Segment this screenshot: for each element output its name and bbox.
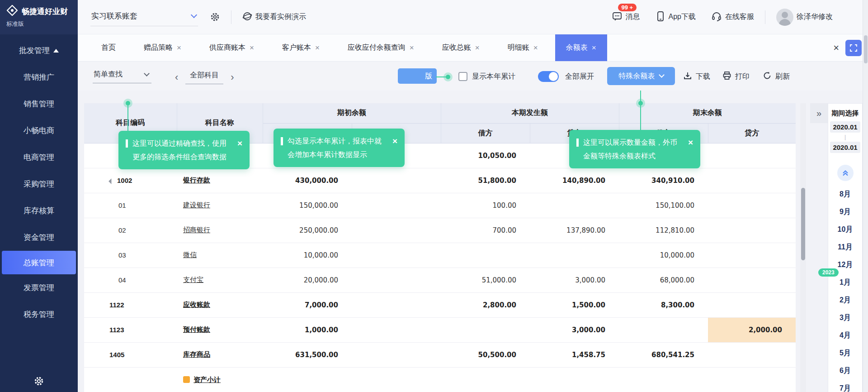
subject-name-link[interactable]: 建设银行 xyxy=(183,201,210,209)
table-row[interactable]: 资产小计 xyxy=(84,367,796,392)
messages-button[interactable]: 99 + 消息 xyxy=(612,11,640,24)
scroll-to-current-button[interactable] xyxy=(837,165,854,181)
demo-globe-icon xyxy=(242,11,252,23)
sidebar-item-9[interactable]: 总账管理 xyxy=(2,251,76,274)
sidebar-item-5[interactable]: 电商管理 xyxy=(0,144,78,171)
table-row[interactable]: 03微信10,000.0010,000.00 xyxy=(84,243,796,268)
sidebar-item-6[interactable]: 采购管理 xyxy=(0,171,78,197)
refresh-button[interactable]: 刷新 xyxy=(763,71,790,82)
period-from[interactable]: 2020.01 xyxy=(830,121,860,133)
month-item-4月[interactable]: 4月 xyxy=(828,327,862,344)
collapse-period-panel-button[interactable]: » xyxy=(810,103,828,123)
close-tab-icon[interactable]: × xyxy=(315,44,320,52)
col-header-debit[interactable]: 借方 xyxy=(441,123,530,143)
month-item-8月[interactable]: 8月 xyxy=(828,186,862,203)
close-tab-icon[interactable]: × xyxy=(177,44,181,52)
account-set-selector[interactable]: 实习联系账套 xyxy=(90,8,198,26)
subject-name-link[interactable]: 库存商品 xyxy=(183,350,210,358)
next-subject-icon[interactable]: › xyxy=(231,72,234,82)
sidebar-item-10[interactable]: 发票管理 xyxy=(0,274,78,301)
month-item-6月[interactable]: 6月 xyxy=(828,362,862,380)
tab-4[interactable]: 客户账本× xyxy=(271,34,330,61)
close-tab-icon[interactable]: × xyxy=(592,44,596,52)
sidebar-item-7[interactable]: 库存核算 xyxy=(0,197,78,224)
table-row[interactable]: 04支付宝20,000.0051,000.003,000.0068,000.00 xyxy=(84,268,796,292)
online-service-button[interactable]: 在线客服 xyxy=(711,11,754,24)
cell-amount xyxy=(352,193,441,218)
table-scrollbar-thumb[interactable] xyxy=(801,188,805,260)
col-group-opening[interactable]: 期初余额 xyxy=(263,103,441,123)
tooltip-close-icon[interactable]: × xyxy=(237,137,242,150)
close-all-icon[interactable]: × xyxy=(833,42,839,54)
sidebar-item-4[interactable]: 小畅电商 xyxy=(0,117,78,144)
fullscreen-button[interactable] xyxy=(845,40,862,56)
table-row[interactable]: 1405库存商品631,500.0050,500.001,458.75680,5… xyxy=(84,342,796,367)
subject-name-link[interactable]: 银行存款 xyxy=(183,176,210,184)
print-button[interactable]: 打印 xyxy=(722,71,750,82)
topbar-settings-gear-icon[interactable] xyxy=(210,12,220,22)
cell-subject-name: 银行存款 xyxy=(177,168,263,193)
month-item-7月[interactable]: 7月 xyxy=(828,380,862,392)
subject-name-link[interactable]: 应收账款 xyxy=(183,301,210,308)
table-row[interactable]: 1122应收账款7,000.002,800.001,500.008,300.00 xyxy=(84,292,796,317)
page-scrollbar[interactable] xyxy=(863,0,868,392)
table-row[interactable]: 1002银行存款430,000.0051,800.00140,890.00340… xyxy=(84,168,796,193)
page-scrollbar-thumb[interactable] xyxy=(864,35,868,63)
close-tab-icon[interactable]: × xyxy=(533,44,538,52)
tab-3[interactable]: 供应商账本× xyxy=(198,34,265,61)
tooltip-connector-line xyxy=(436,76,447,77)
subject-name-link[interactable]: 预付账款 xyxy=(183,325,210,333)
close-tab-icon[interactable]: × xyxy=(475,44,480,52)
month-item-10月[interactable]: 10月 xyxy=(828,221,862,239)
table-row[interactable]: 02招商银行250,000.00700.00137,890.00112,810.… xyxy=(84,218,796,243)
sidebar-item-3[interactable]: 销售管理 xyxy=(0,91,78,117)
show-ytd-checkbox[interactable] xyxy=(458,72,467,81)
subject-name-link[interactable]: 招商银行 xyxy=(183,226,210,234)
tooltip-close-icon[interactable]: × xyxy=(392,134,397,148)
col-group-ending[interactable]: 期末余额 xyxy=(619,103,796,123)
sidebar-item-11[interactable]: 税务管理 xyxy=(0,301,78,328)
cell-amount: 50,500.00 xyxy=(441,342,530,367)
close-tab-icon[interactable]: × xyxy=(250,44,254,52)
table-row[interactable]: 01建设银行150,000.00100.00150,100.00 xyxy=(84,193,796,218)
month-item-5月[interactable]: 5月 xyxy=(828,344,862,362)
sidebar-settings-gear-icon[interactable] xyxy=(0,376,78,387)
table-row[interactable]: 1123预付账款1,000.003,000.002,000.00 xyxy=(84,317,796,342)
subject-name-link[interactable]: 支付宝 xyxy=(183,276,203,283)
tab-1[interactable]: 首页 xyxy=(90,34,127,61)
expand-all-toggle[interactable] xyxy=(538,71,559,82)
special-balance-table-button[interactable]: 特殊余额表 xyxy=(607,67,675,85)
month-item-11月[interactable]: 11月 xyxy=(828,239,862,256)
table-scrollbar[interactable] xyxy=(800,103,806,392)
user-menu[interactable]: 徐泽华修改 xyxy=(776,9,833,26)
cell-amount: 2,800.00 xyxy=(441,292,530,317)
sidebar-item-8[interactable]: 资金管理 xyxy=(0,224,78,251)
month-item-3月[interactable]: 3月 xyxy=(828,309,862,327)
search-mode-select[interactable]: 简单查找 xyxy=(93,70,151,83)
tab-6[interactable]: 应收总账× xyxy=(431,34,491,61)
period-to[interactable]: 2020.01 xyxy=(830,142,860,153)
expand-collapse-icon[interactable] xyxy=(108,178,114,184)
cell-amount xyxy=(708,243,796,268)
download-button[interactable]: 下载 xyxy=(683,71,710,82)
tab-5[interactable]: 应收应付余额查询× xyxy=(337,34,425,61)
tab-2[interactable]: 赠品策略× xyxy=(133,34,192,61)
col-header-credit[interactable]: 贷方 xyxy=(708,123,796,143)
close-tab-icon[interactable]: × xyxy=(410,44,414,52)
sidebar-item-1[interactable]: 批发管理 xyxy=(0,37,78,64)
tooltip-close-icon[interactable]: × xyxy=(688,136,693,149)
sidebar-item-2[interactable]: 营销推广 xyxy=(0,64,78,91)
col-group-period[interactable]: 本期发生额 xyxy=(441,103,619,123)
app-download-button[interactable]: App下载 xyxy=(656,11,696,24)
month-item-2月[interactable]: 2月 xyxy=(828,292,862,309)
prev-subject-icon[interactable]: ‹ xyxy=(175,72,178,82)
month-item-9月[interactable]: 9月 xyxy=(828,203,862,221)
demo-link[interactable]: 我要看实例演示 xyxy=(242,11,306,23)
tab-7[interactable]: 明细账× xyxy=(497,34,549,61)
subject-name-link[interactable]: 微信 xyxy=(183,251,197,258)
cell-subject-code: 1122 xyxy=(84,292,177,317)
tab-8[interactable]: 余额表× xyxy=(555,34,607,61)
subject-name-link[interactable]: 资产小计 xyxy=(193,376,221,383)
subject-filter-value[interactable]: 全部科目 xyxy=(185,71,223,84)
partially-hidden-version-button[interactable]: 版 xyxy=(398,68,437,84)
